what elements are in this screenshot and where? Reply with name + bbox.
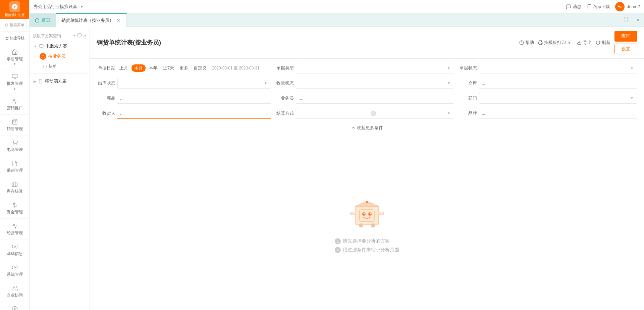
- tab-close-all-button[interactable]: ✕: [632, 17, 644, 22]
- settings-button[interactable]: 设置: [614, 44, 637, 54]
- collapse-button[interactable]: 收起更多条件: [97, 123, 637, 133]
- svg-point-12: [14, 267, 15, 268]
- add-scheme-button[interactable]: +: [73, 33, 76, 39]
- receipt-status-col: 收款状态 ▼: [275, 78, 454, 89]
- refresh-label: 刷新: [602, 40, 610, 46]
- scheme-by-order[interactable]: 按单: [30, 62, 90, 71]
- tab-home[interactable]: 首页: [30, 13, 56, 27]
- sidebar-item-purchase-label: 采购管理: [7, 168, 23, 173]
- marketing-icon: [11, 97, 18, 105]
- template-print-button[interactable]: 按模板打印: [538, 40, 566, 46]
- consignee-col: 收货人 …: [97, 108, 271, 119]
- edit-scheme-button[interactable]: [77, 33, 82, 39]
- help-button[interactable]: 帮助: [519, 40, 534, 46]
- sidebar-item-wholesale[interactable]: 批发管理 ▲: [0, 69, 29, 94]
- template-print-dropdown[interactable]: ▼: [566, 40, 573, 45]
- collapse-area: 收起更多条件: [97, 123, 637, 133]
- inventory-icon: [11, 180, 18, 188]
- sidebar-item-marketing[interactable]: 营销推广: [0, 94, 29, 115]
- tab-maximize-button[interactable]: [620, 17, 632, 23]
- finance-icon: [11, 201, 18, 209]
- brand-input-area: …: [479, 108, 637, 119]
- sidebar-item-ecommerce[interactable]: 电商管理: [0, 136, 29, 156]
- purchase-icon: [11, 160, 18, 167]
- scheme-salesperson[interactable]: 按业务员: [30, 51, 90, 62]
- warehouse-input[interactable]: [480, 78, 632, 88]
- svg-marker-2: [5, 37, 9, 40]
- payment-clear-btn[interactable]: ✕: [371, 111, 376, 116]
- out-status-select[interactable]: ▼: [117, 78, 271, 89]
- salesperson-more-btn[interactable]: …: [449, 96, 453, 100]
- help-label: 帮助: [525, 40, 534, 46]
- desktop-section-header[interactable]: ▼ 电脑端方案: [30, 42, 90, 51]
- brand-more-btn[interactable]: …: [632, 111, 636, 115]
- sidebar-item-retail[interactable]: 零售管理 ▼: [0, 45, 29, 69]
- topbar-title: 办公用品行业模拟账套: [34, 4, 77, 10]
- payment-select[interactable]: ✕ ▼: [296, 108, 454, 119]
- tab-sales-stat-label: 销货单统计表（按业务员）: [61, 17, 114, 23]
- receipt-status-arrow: ▼: [447, 81, 450, 85]
- tab-sales-stat[interactable]: 销货单统计表（按业务员） ✕: [56, 13, 127, 27]
- export-button[interactable]: 导出: [577, 40, 592, 46]
- svg-point-44: [371, 223, 375, 227]
- mobile-section-header[interactable]: ▶ 移动端方案: [30, 76, 90, 86]
- search-menu-button[interactable]: 搜索菜单: [3, 21, 26, 29]
- sidebar-item-enterprise[interactable]: 企业协同: [0, 281, 29, 302]
- tab-close-button[interactable]: ✕: [116, 18, 121, 23]
- receipt-status-select[interactable]: ▼: [296, 78, 454, 89]
- sidebar-item-system[interactable]: 系统管理: [0, 260, 29, 281]
- sidebar-item-basic[interactable]: 基础信息: [0, 240, 29, 260]
- brand-input[interactable]: [480, 108, 632, 118]
- svg-point-23: [77, 33, 82, 37]
- topbar-dropdown-btn[interactable]: ▼: [80, 4, 84, 9]
- doc-status-col: 单据状态 ▼: [458, 63, 637, 73]
- svg-point-37: [364, 213, 365, 214]
- dept-col: 部门 ▼: [458, 93, 637, 104]
- brand-label: 品牌: [458, 110, 477, 116]
- user-area[interactable]: Ea demo2: [615, 2, 640, 11]
- goods-input[interactable]: [119, 93, 266, 103]
- doc-status-select[interactable]: ▼: [479, 63, 637, 73]
- doc-type-label: 单据类型: [275, 65, 294, 71]
- query-button[interactable]: 查询: [614, 31, 637, 42]
- filter-row-1: 单据日期 上月 本月 本年 近7天 更多 自定义 2023-03-01 至 20…: [97, 63, 637, 73]
- svg-point-7: [14, 145, 14, 145]
- quick-nav-button[interactable]: 快捷导航: [3, 34, 26, 43]
- svg-point-43: [359, 223, 363, 227]
- sidebar-item-inventory[interactable]: 库存核算: [0, 177, 29, 198]
- sidebar-item-finance[interactable]: 资金管理: [0, 198, 29, 219]
- sidebar-item-newuser[interactable]: 新手引导: [0, 302, 29, 310]
- sidebar-item-sales[interactable]: 销售管理: [0, 115, 29, 136]
- logo-area[interactable]: 畅捷通好生意: [0, 0, 29, 19]
- date-option-7days[interactable]: 近7天: [161, 64, 176, 72]
- refresh-button[interactable]: 刷新: [596, 40, 610, 46]
- sidebar-item-inventory-label: 库存核算: [7, 189, 23, 194]
- warehouse-more-btn[interactable]: …: [632, 81, 636, 85]
- date-option-this-year[interactable]: 本年: [147, 64, 160, 72]
- sidebar-item-marketing-label: 营销推广: [7, 105, 23, 111]
- date-option-last-month[interactable]: 上月: [117, 64, 130, 72]
- date-option-custom[interactable]: 自定义: [192, 64, 209, 72]
- app-download-button[interactable]: App下载: [587, 4, 610, 10]
- svg-rect-31: [539, 43, 541, 45]
- sidebar-item-purchase[interactable]: 采购管理: [0, 156, 29, 177]
- consignee-input[interactable]: [119, 108, 266, 118]
- sales-icon: [11, 118, 18, 125]
- date-option-more[interactable]: 更多: [177, 64, 190, 72]
- sidebar-item-operations[interactable]: 经营管理: [0, 219, 29, 240]
- sidebar-item-operations-label: 经营管理: [7, 230, 23, 236]
- dept-select[interactable]: ▼: [479, 93, 637, 104]
- date-option-this-month[interactable]: 本月: [131, 64, 146, 72]
- doc-type-select[interactable]: ▼: [296, 63, 454, 73]
- collapse-panel-button[interactable]: «: [83, 33, 86, 39]
- doc-type-arrow: ▼: [447, 66, 450, 70]
- filter-area: 单据日期 上月 本月 本年 近7天 更多 自定义 2023-03-01 至 20…: [90, 59, 644, 137]
- goods-more-btn[interactable]: …: [266, 96, 270, 100]
- sidebar-item-finance-label: 资金管理: [7, 209, 23, 215]
- salesperson-input[interactable]: [297, 93, 449, 103]
- scheme-by-order-label: 按单: [49, 63, 57, 69]
- logo-text: 畅捷通好生意: [5, 13, 25, 17]
- message-button[interactable]: 消息: [566, 4, 581, 10]
- sidebar-item-sales-label: 销售管理: [7, 126, 23, 132]
- consignee-more-btn[interactable]: …: [266, 111, 270, 115]
